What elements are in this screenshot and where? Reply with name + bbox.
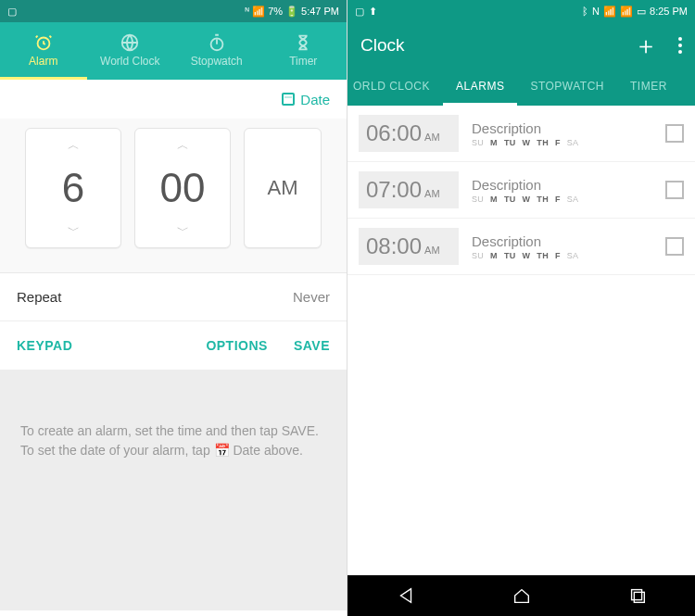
chevron-down-icon[interactable]: ﹀ — [68, 223, 80, 238]
chevron-up-icon[interactable]: ︿ — [68, 138, 80, 153]
alarm-time: 08:00AM — [359, 228, 459, 265]
battery-icon: 🔋 — [285, 6, 298, 18]
hour-value: 6 — [62, 153, 84, 223]
hour-picker[interactable]: ︿ 6 ﹀ — [25, 128, 121, 248]
chevron-up-icon[interactable]: ︿ — [177, 138, 189, 153]
alarm-days: SUMTUWTHFSA — [472, 251, 652, 260]
tab-worldclock[interactable]: ORLD CLOCK — [348, 69, 443, 106]
alarm-row[interactable]: 06:00AMDescriptionSUMTUWTHFSA — [348, 106, 695, 162]
alarm-list: 06:00AMDescriptionSUMTUWTHFSA07:00AMDesc… — [348, 106, 695, 275]
options-button[interactable]: OPTIONS — [206, 338, 268, 353]
battery-pct: 7% — [268, 6, 283, 17]
alarm-time: 06:00AM — [359, 115, 459, 152]
ampm-value: AM — [268, 153, 298, 223]
alarm-icon — [33, 32, 54, 53]
alarm-description: Description — [472, 233, 652, 249]
alarm-time: 07:00AM — [359, 171, 459, 208]
left-phone: ▢ ᴺ 📶 7% 🔋 5:47 PM Alarm World Clock Sto… — [0, 0, 348, 616]
sim-icon: ▢ — [355, 6, 364, 18]
tab-timer-label: Timer — [289, 55, 317, 68]
tab-alarm-label: Alarm — [29, 55, 57, 68]
date-label: Date — [300, 92, 330, 107]
overflow-menu-icon[interactable] — [678, 37, 682, 54]
status-time: 5:47 PM — [301, 6, 339, 17]
nfc-icon: N — [592, 6, 600, 17]
minute-value: 00 — [160, 153, 206, 223]
keypad-button[interactable]: KEYPAD — [17, 338, 72, 353]
bluetooth-icon: ᛒ — [582, 6, 588, 17]
alarm-row[interactable]: 07:00AMDescriptionSUMTUWTHFSA — [348, 162, 695, 219]
alarm-row[interactable]: 08:00AMDescriptionSUMTUWTHFSA — [348, 219, 695, 275]
repeat-value: Never — [293, 289, 330, 305]
status-time: 8:25 PM — [650, 6, 688, 17]
alarm-description: Description — [472, 120, 652, 136]
tab-stopwatch[interactable]: Stopwatch — [173, 22, 260, 80]
minute-picker[interactable]: ︿ 00 ﹀ — [134, 128, 231, 248]
left-status-bar: ▢ ᴺ 📶 7% 🔋 5:47 PM — [0, 0, 347, 22]
nfc-icon: ᴺ — [245, 6, 249, 18]
right-status-bar: ▢ ⬆ ᛒ N 📶 📶 ▭ 8:25 PM — [348, 0, 695, 22]
right-header: Clock ＋ — [348, 22, 695, 69]
alarm-checkbox[interactable] — [665, 181, 684, 199]
alarm-days: SUMTUWTHFSA — [472, 138, 652, 147]
app-title: Clock — [360, 35, 405, 56]
tab-worldclock-label: World Clock — [100, 55, 159, 68]
tab-stopwatch[interactable]: STOPWATCH — [517, 69, 617, 106]
tab-alarms[interactable]: ALARMS — [443, 69, 517, 106]
home-icon[interactable] — [512, 585, 532, 606]
alarm-checkbox[interactable] — [665, 237, 684, 256]
action-bar: KEYPAD OPTIONS SAVE — [0, 321, 347, 370]
svg-rect-4 — [634, 592, 644, 602]
globe-icon — [120, 32, 140, 53]
date-button[interactable]: Date — [0, 80, 347, 119]
wifi-icon: 📶 — [603, 6, 616, 18]
tab-stopwatch-label: Stopwatch — [191, 55, 243, 68]
alarm-checkbox[interactable] — [665, 124, 684, 143]
recent-icon[interactable] — [627, 585, 648, 606]
tab-timer[interactable]: TIMER — [617, 69, 680, 106]
hourglass-icon — [293, 32, 313, 53]
alarm-description: Description — [472, 177, 652, 193]
add-button[interactable]: ＋ — [634, 30, 658, 62]
repeat-label: Repeat — [17, 289, 61, 305]
ampm-picker[interactable]: AM — [244, 128, 322, 248]
android-nav-bar — [348, 575, 695, 616]
signal-icon: 📶 — [620, 6, 633, 18]
svg-rect-3 — [631, 590, 641, 600]
chevron-down-icon[interactable]: ﹀ — [177, 223, 189, 238]
tab-alarm[interactable]: Alarm — [0, 22, 87, 80]
hint-text: To create an alarm, set the time and the… — [0, 370, 347, 610]
stopwatch-icon — [207, 32, 227, 53]
battery-icon: ▭ — [637, 6, 646, 18]
tab-timer[interactable]: Timer — [260, 22, 348, 80]
save-button[interactable]: SAVE — [294, 338, 330, 353]
repeat-row[interactable]: Repeat Never — [0, 273, 347, 321]
alarm-days: SUMTUWTHFSA — [472, 195, 652, 204]
signal-icon: 📶 — [252, 6, 265, 18]
right-tabs: ORLD CLOCK ALARMS STOPWATCH TIMER — [348, 69, 695, 106]
right-phone: ▢ ⬆ ᛒ N 📶 📶 ▭ 8:25 PM Clock ＋ ORLD CLOCK… — [348, 0, 695, 616]
left-tabs: Alarm World Clock Stopwatch Timer — [0, 22, 347, 80]
back-icon[interactable] — [396, 585, 416, 606]
screenshot-icon: ▢ — [7, 6, 17, 18]
tab-worldclock[interactable]: World Clock — [87, 22, 174, 80]
time-picker-area: ︿ 6 ﹀ ︿ 00 ﹀ AM — [0, 119, 347, 273]
upload-icon: ⬆ — [369, 6, 377, 18]
calendar-icon — [282, 93, 295, 106]
